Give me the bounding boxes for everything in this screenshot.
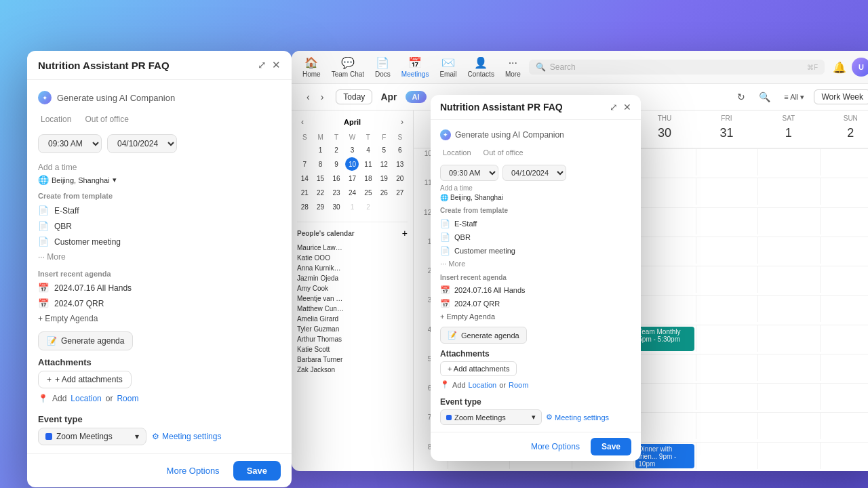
modal-front-recent-qrr[interactable]: 📅 2024.07 QRR — [440, 297, 631, 310]
modal-front-tab-ooo[interactable]: Out of office — [481, 147, 526, 158]
cell-sat-4[interactable] — [757, 325, 819, 352]
toolbar-home[interactable]: 🏠 Home — [302, 56, 321, 78]
mini-day[interactable]: 27 — [393, 186, 407, 199]
mini-day[interactable]: 20 — [393, 171, 407, 185]
attendee-item[interactable]: Zak Jackson — [297, 365, 344, 375]
cell-fri-7[interactable] — [696, 412, 757, 439]
modal-front-more-options-btn[interactable]: More Options — [526, 438, 585, 455]
modal-front-generate-btn[interactable]: 📝 Generate agenda — [440, 327, 527, 344]
mini-day[interactable]: 12 — [377, 157, 391, 171]
toolbar-contacts[interactable]: 👤 Contacts — [467, 56, 494, 78]
modal-left-maximize-btn[interactable]: ⤢ — [258, 59, 267, 71]
cell-sun-10[interactable] — [820, 148, 868, 176]
cell-thu-6[interactable] — [633, 383, 695, 410]
cell-fri-11[interactable] — [696, 178, 757, 205]
attendee-item[interactable]: Maurice Lawson (You) — [297, 243, 344, 253]
cell-fri-1[interactable] — [696, 237, 757, 264]
bell-icon[interactable]: 🔔 — [833, 61, 846, 74]
cell-fri-8[interactable] — [696, 442, 757, 469]
cell-thu-1[interactable] — [633, 237, 695, 264]
toolbar-team-chat[interactable]: 💬 Team Chat — [332, 56, 364, 78]
attendee-item[interactable]: Katie OOO — [297, 253, 344, 263]
modal-front-maximize-btn[interactable]: ⤢ — [610, 102, 618, 113]
modal-front-settings-link[interactable]: ⚙ Meeting settings — [546, 413, 609, 422]
modal-left-location-link[interactable]: Location — [71, 394, 101, 403]
cell-thu-5[interactable] — [633, 354, 695, 381]
search-bar[interactable]: 🔍 Search ⌘F — [529, 60, 825, 75]
attendee-item[interactable]: Katie Scott — [297, 344, 344, 354]
modal-front-template-estaff[interactable]: 📄 E-Staff — [440, 217, 631, 230]
attendee-item[interactable]: Barbara Turner — [297, 354, 344, 365]
search-cal-btn[interactable]: 🔍 — [755, 90, 774, 104]
prev-btn[interactable]: ‹ — [302, 90, 314, 104]
mini-day[interactable]: 11 — [361, 157, 375, 171]
cell-sun-5[interactable] — [820, 354, 868, 381]
modal-left-add-attachments-btn[interactable]: + + Add attachments — [38, 371, 132, 388]
modal-front-add-attachments-btn[interactable]: + Add attachments — [440, 361, 517, 376]
cell-fri-10[interactable] — [696, 148, 757, 176]
cell-thu-11[interactable] — [633, 178, 695, 205]
modal-left-time-select[interactable]: 09:30 AM — [38, 134, 102, 153]
mini-day[interactable]: 17 — [345, 171, 359, 185]
cell-thu-8[interactable]: Dinner with frien... 9pm - 10pm — [633, 442, 695, 469]
cell-sun-4[interactable] — [820, 325, 868, 352]
cell-sat-12[interactable] — [757, 207, 819, 235]
mini-day[interactable]: 7 — [298, 157, 311, 171]
mini-day[interactable]: 25 — [361, 186, 375, 199]
cell-fri-5[interactable] — [696, 354, 757, 381]
modal-left-add-empty[interactable]: + Empty Agenda — [38, 311, 281, 326]
modal-front-recent-allhands[interactable]: 📅 2024.07.16 All Hands — [440, 283, 631, 297]
toolbar-docs[interactable]: 📄 Docs — [375, 56, 391, 78]
mini-day[interactable]: 19 — [377, 171, 391, 185]
attendee-item[interactable]: Meentje van der Meul... — [297, 293, 344, 304]
modal-left-template-customer[interactable]: 📄 Customer meeting — [38, 234, 281, 249]
cell-fri-2[interactable] — [696, 266, 757, 293]
modal-left-more-templates[interactable]: ··· More — [38, 249, 281, 264]
cell-sat-11[interactable] — [757, 178, 819, 205]
modal-front-room-link[interactable]: Room — [509, 381, 528, 389]
mini-day[interactable]: 8 — [314, 157, 328, 171]
modal-front-close-btn[interactable]: ✕ — [623, 102, 631, 113]
modal-left-tab-location[interactable]: Location — [38, 113, 74, 126]
cell-fri-6[interactable] — [696, 383, 757, 410]
cell-sat-7[interactable] — [757, 412, 819, 439]
modal-left-generate-btn[interactable]: 📝 Generate agenda — [38, 331, 133, 350]
cell-thu-4[interactable]: Team Monthly 5pm - 5:30pm — [633, 325, 695, 352]
attendee-item[interactable]: Amy Cook — [297, 283, 344, 293]
cell-sun-7[interactable] — [820, 412, 868, 439]
mini-next[interactable]: › — [397, 116, 408, 128]
mini-day[interactable]: 1 — [314, 143, 328, 157]
cell-fri-12[interactable] — [696, 207, 757, 235]
work-week-btn[interactable]: Work Week — [814, 89, 868, 104]
modal-front-tab-location[interactable]: Location — [440, 147, 474, 158]
attendee-item[interactable]: Amelia Girard — [297, 314, 344, 324]
event-dinner[interactable]: Dinner with frien... 9pm - 10pm — [635, 444, 694, 468]
cell-sat-1[interactable] — [757, 237, 819, 264]
attendee-item[interactable]: Jazmin Ojeda — [297, 273, 344, 283]
modal-left-template-estaff[interactable]: 📄 E-Staff — [38, 203, 281, 218]
mini-day[interactable]: 9 — [330, 157, 343, 171]
attendee-item[interactable]: Anna Kurnikova — [297, 263, 344, 273]
modal-front-ai-btn[interactable]: ✦ Generate using AI Companion — [440, 127, 564, 143]
attendee-item[interactable]: Matthew Cunningham — [297, 304, 344, 314]
cell-thu-12[interactable] — [633, 207, 695, 235]
cell-sat-2[interactable] — [757, 266, 819, 293]
modal-left-more-options-btn[interactable]: More Options — [160, 461, 226, 481]
next-btn[interactable]: › — [317, 90, 328, 104]
modal-front-zoom-select[interactable]: Zoom Meetings ▾ — [440, 409, 542, 425]
cell-sat-6[interactable] — [757, 383, 819, 410]
modal-left-tab-ooo[interactable]: Out of office — [82, 113, 131, 126]
toolbar-meetings[interactable]: 📅 Meetings — [401, 56, 429, 78]
mini-day[interactable]: 6 — [393, 143, 407, 157]
modal-front-add-empty[interactable]: + Empty Agenda — [440, 310, 631, 323]
mini-day[interactable]: 2 — [361, 200, 375, 214]
cell-sun-11[interactable] — [820, 178, 868, 205]
mini-day[interactable]: 13 — [393, 157, 407, 171]
modal-left-add-time[interactable]: Add a time — [38, 160, 281, 175]
modal-left-date-select[interactable]: 04/10/2024 — [107, 134, 177, 153]
mini-day[interactable]: 21 — [298, 186, 311, 199]
mini-day[interactable]: 24 — [345, 186, 359, 199]
toolbar-email[interactable]: ✉️ Email — [439, 56, 456, 78]
cell-sun-8[interactable] — [820, 442, 868, 469]
all-btn[interactable]: ≡ All ▾ — [780, 92, 808, 103]
